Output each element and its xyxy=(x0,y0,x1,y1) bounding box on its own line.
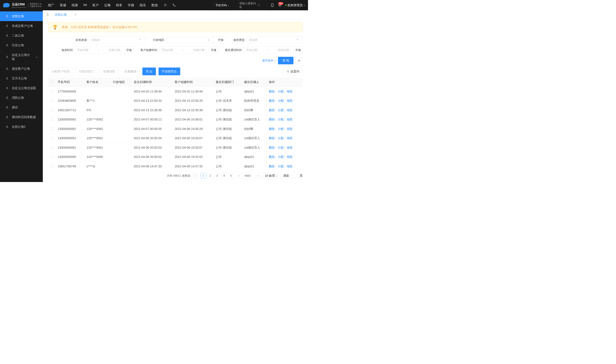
assign-link[interactable]: 分配 xyxy=(278,127,284,130)
settings-column-button[interactable]: ⚙ 设置列 xyxy=(283,67,303,75)
page-number[interactable]: 3 xyxy=(214,173,220,179)
delete-link[interactable]: 删除 xyxy=(269,155,275,159)
filter-abandon-time[interactable]: 开始日期~结束日期 xyxy=(75,47,122,54)
sidebar-item[interactable]: 自定义公海过滤器 xyxy=(0,83,43,93)
sidebar-item[interactable]: 非成交客户公海 xyxy=(0,21,43,31)
expand-filters[interactable]: 展开条件 ∨ xyxy=(262,59,276,63)
sidebar-item[interactable]: 测试 xyxy=(0,103,43,112)
device-icon[interactable] xyxy=(270,3,274,7)
get-link[interactable]: 领取 xyxy=(287,165,293,168)
select-all-checkbox[interactable] xyxy=(50,81,53,84)
create-empty-btn[interactable]: 空值 xyxy=(209,47,218,54)
row-checkbox[interactable] xyxy=(50,146,53,149)
assign-link[interactable]: 分配 xyxy=(278,118,284,121)
assign-link[interactable]: 分配 xyxy=(278,90,284,93)
get-link[interactable]: 领取 xyxy=(287,155,293,159)
sidebar-item[interactable]: 消防公海 xyxy=(0,93,43,103)
jump-input[interactable] xyxy=(290,174,299,178)
assign-link[interactable]: 分配 xyxy=(278,155,284,159)
assign-link[interactable]: 分配 xyxy=(278,108,284,112)
delete-link[interactable]: 删除 xyxy=(269,118,275,121)
get-link[interactable]: 领取 xyxy=(287,127,293,130)
assign-link[interactable]: 分配 xyxy=(278,99,284,103)
nav-数据[interactable]: 数据 xyxy=(151,3,158,8)
refresh-button[interactable]: ↻ xyxy=(296,57,303,64)
batch-delete-button[interactable]: 批量删除 xyxy=(121,67,140,75)
search-input[interactable]: 请输入搜索内容 xyxy=(237,0,267,10)
filter-create-time[interactable]: 开始日期~结束日期 xyxy=(159,47,207,54)
filter-lastcall-time[interactable]: 开始日期~结束日期 xyxy=(244,47,291,54)
assign-link[interactable]: 分配 xyxy=(278,146,284,149)
sidebar-item[interactable]: 测试昨日回库数据 xyxy=(0,112,43,122)
delete-link[interactable]: 删除 xyxy=(269,146,275,149)
sidebar-item[interactable]: 全部公海 xyxy=(0,11,43,21)
nav-学服[interactable]: 学服 xyxy=(128,3,134,8)
nav-线索[interactable]: 线索 xyxy=(72,3,78,8)
filter-source-select[interactable]: 请选择∨ xyxy=(89,36,145,43)
sidebar-item[interactable]: 成交客户公海 xyxy=(0,64,43,74)
nav-客户[interactable]: 客户 xyxy=(92,3,99,8)
filter-region-select[interactable]: ∨ xyxy=(167,37,214,43)
nav-推广[interactable]: 推广 xyxy=(48,3,54,8)
get-link[interactable]: 领取 xyxy=(287,99,293,103)
export-plain-button[interactable]: 不加密导出 xyxy=(158,67,180,75)
get-link[interactable]: 领取 xyxy=(287,137,293,140)
nav-IM[interactable]: IM xyxy=(83,3,87,8)
last-page[interactable]: 6882 xyxy=(243,173,253,179)
lastcall-empty-btn[interactable]: 空值 xyxy=(293,47,303,54)
nav-客服[interactable]: 客服 xyxy=(60,3,66,8)
region-empty-btn[interactable]: 空值 xyxy=(216,36,225,43)
tab-active[interactable]: 全部公海 xyxy=(50,10,71,19)
delete-link[interactable]: 删除 xyxy=(269,127,275,130)
delete-link[interactable]: 删除 xyxy=(269,165,275,168)
nav-财务[interactable]: 财务 xyxy=(116,3,122,8)
user-menu[interactable]: 机构管理员▾ xyxy=(285,3,305,7)
user-add-icon[interactable] xyxy=(163,3,167,7)
row-checkbox[interactable] xyxy=(50,90,53,93)
export-button[interactable]: 导 出 xyxy=(142,67,156,75)
page-number[interactable]: 1 xyxy=(200,173,206,179)
sidebar-item[interactable]: 注安公海 xyxy=(0,40,43,50)
row-checkbox[interactable] xyxy=(50,109,53,112)
search-type-select[interactable]: 手机号码 ∨ xyxy=(213,2,234,9)
assign-manager-button[interactable]: 分配客户经理 xyxy=(48,67,73,75)
assign-link[interactable]: 分配 xyxy=(278,137,284,140)
search-icon[interactable] xyxy=(257,4,260,7)
query-button[interactable]: 查 询 xyxy=(278,57,294,64)
row-checkbox[interactable] xyxy=(50,156,53,158)
next-page[interactable]: › xyxy=(256,173,260,179)
abandon-empty-btn[interactable]: 空值 xyxy=(124,47,134,54)
nav-报名[interactable]: 报名 xyxy=(140,3,146,8)
page-number[interactable]: 5 xyxy=(228,173,234,179)
tab-add[interactable]: + xyxy=(71,13,80,17)
prev-page[interactable]: ‹ xyxy=(193,173,198,179)
nav-公海[interactable]: 公海 xyxy=(104,3,111,8)
sidebar-item[interactable]: 五月天公海 xyxy=(0,74,43,83)
row-checkbox[interactable] xyxy=(50,165,53,168)
get-link[interactable]: 领取 xyxy=(287,118,293,121)
delete-link[interactable]: 删除 xyxy=(269,90,275,93)
bell-icon[interactable]: 99+ xyxy=(278,3,282,7)
tab-menu-icon[interactable]: ☰ xyxy=(45,12,50,17)
get-link[interactable]: 领取 xyxy=(287,108,293,112)
row-checkbox[interactable] xyxy=(50,118,53,121)
filter-abandon-type-select[interactable]: 请选择∨ xyxy=(247,36,303,43)
sidebar-item[interactable]: 二咨公海 xyxy=(0,31,43,40)
batch-get-button[interactable]: 批量领取 xyxy=(100,67,118,75)
assign-link[interactable]: 分配 xyxy=(278,165,284,168)
sidebar-item[interactable]: 全部公海2 xyxy=(0,122,43,132)
assign-dept-button[interactable]: 分配到部门 xyxy=(76,67,97,75)
delete-link[interactable]: 删除 xyxy=(269,99,275,103)
row-checkbox[interactable] xyxy=(50,127,53,130)
sidebar-item[interactable]: 自定义公海分组∨ xyxy=(0,50,43,64)
delete-link[interactable]: 删除 xyxy=(269,137,275,140)
get-link[interactable]: 领取 xyxy=(287,90,293,93)
delete-link[interactable]: 删除 xyxy=(269,108,275,112)
per-page-select[interactable]: 10 条/页 ∨ xyxy=(263,173,281,179)
get-link[interactable]: 领取 xyxy=(287,146,293,149)
row-checkbox[interactable] xyxy=(50,137,53,140)
page-number[interactable]: 4 xyxy=(221,173,227,179)
phone-icon[interactable] xyxy=(172,3,176,7)
row-checkbox[interactable] xyxy=(50,99,53,102)
page-number[interactable]: 2 xyxy=(207,173,213,179)
